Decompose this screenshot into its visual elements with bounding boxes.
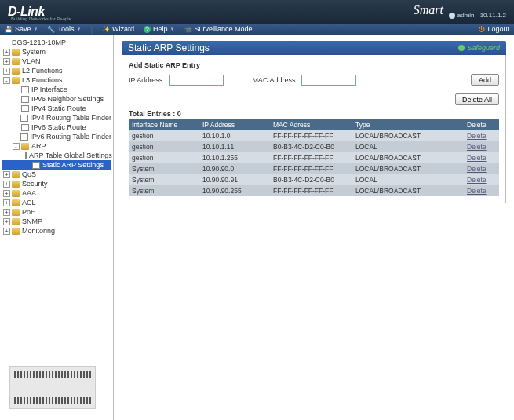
folder-icon	[12, 171, 20, 178]
folder-icon	[12, 228, 20, 235]
help-menu[interactable]: ? Help ▼	[144, 25, 174, 33]
expander-blank	[13, 105, 20, 112]
tree-item-l3-functions[interactable]: -L3 Functions	[2, 75, 111, 85]
tools-label: Tools	[57, 25, 74, 33]
cell-type: LOCAL/BROADCAST	[352, 130, 464, 141]
tree-item-monitoring[interactable]: +Monitoring	[2, 226, 111, 236]
table-row: System10.90.90.255FF-FF-FF-FF-FF-FFLOCAL…	[129, 185, 499, 196]
folder-icon	[12, 218, 20, 225]
tree-item-label: VLAN	[22, 57, 41, 65]
tree-device[interactable]: DGS-1210-10MP	[2, 38, 111, 47]
expand-icon[interactable]: +	[3, 171, 10, 178]
tree-item-poe[interactable]: +PoE	[2, 207, 111, 217]
delete-link[interactable]: Delete	[467, 143, 487, 151]
chevron-down-icon: ▼	[34, 27, 38, 31]
tree-item-vlan[interactable]: +VLAN	[2, 57, 111, 66]
folder-icon	[12, 209, 20, 216]
expand-icon[interactable]: +	[3, 58, 10, 65]
expand-icon[interactable]: +	[3, 68, 10, 75]
delete-link[interactable]: Delete	[467, 132, 487, 140]
panel-body: Add Static ARP Entry IP Address MAC Addr…	[122, 55, 506, 203]
tools-menu[interactable]: 🔧 Tools ▼	[47, 25, 81, 33]
nav-tree: DGS-1210-10MP +System+VLAN+L2 Functions-…	[0, 35, 114, 420]
expand-icon[interactable]: +	[3, 190, 10, 197]
expand-icon[interactable]: +	[3, 209, 10, 216]
col-header: Interface Name	[129, 119, 199, 130]
delete-all-button[interactable]: Delete All	[455, 93, 499, 105]
cell-mac: B0-B3-4C-D2-C0-B0	[270, 141, 352, 152]
panel-title: Static ARP Settings	[128, 42, 210, 53]
tree-item-label: Static ARP Settings	[42, 161, 104, 169]
tree-item-ipv4-static-route[interactable]: IPv4 Static Route	[2, 104, 111, 113]
logout-button[interactable]: ⏻ Logout	[477, 25, 509, 33]
tree-item-system[interactable]: +System	[2, 47, 111, 57]
smart-label: Smart	[414, 3, 443, 17]
wizard-icon: ✨	[102, 25, 110, 33]
tree-item-ip-interface[interactable]: IP Interface	[2, 85, 111, 94]
tree-item-label: Monitoring	[22, 227, 55, 235]
help-label: Help	[153, 25, 168, 33]
delete-link[interactable]: Delete	[467, 187, 487, 195]
tree-item-ipv6-routing-table-finder[interactable]: IPv6 Routing Table Finder	[2, 132, 111, 141]
delete-link[interactable]: Delete	[467, 154, 487, 162]
collapse-icon[interactable]: -	[13, 143, 20, 150]
brand-tagline: Building Networks for People	[11, 16, 71, 21]
cell-ip: 10.90.90.255	[199, 185, 270, 196]
surveillance-button[interactable]: 📹 Surveillance Mode	[184, 25, 253, 33]
save-label: Save	[15, 25, 31, 33]
wizard-button[interactable]: ✨ Wizard	[102, 25, 134, 33]
expand-icon[interactable]: +	[3, 49, 10, 56]
save-menu[interactable]: 💾 Save ▼	[5, 25, 38, 33]
expander-blank	[13, 124, 20, 131]
tree-item-ipv6-static-route[interactable]: IPv6 Static Route	[2, 122, 111, 132]
tree-item-label: IPv6 Routing Table Finder	[31, 133, 111, 141]
help-icon: ?	[144, 26, 151, 33]
col-header: IP Address	[199, 119, 270, 130]
main-toolbar: 💾 Save ▼ 🔧 Tools ▼ | ✨ Wizard ? Help ▼ 📹…	[0, 24, 514, 35]
folder-icon	[12, 77, 20, 84]
expand-icon[interactable]: +	[3, 199, 10, 206]
cell-iface: gestion	[129, 141, 199, 152]
cell-type: LOCAL/BROADCAST	[352, 163, 464, 174]
ip-input[interactable]	[169, 75, 224, 86]
expand-icon[interactable]: +	[3, 228, 10, 235]
tree-item-arp[interactable]: -ARP	[2, 141, 111, 151]
folder-icon	[12, 190, 20, 197]
tree-item-snmp[interactable]: +SNMP	[2, 217, 111, 226]
tree-item-qos[interactable]: +QoS	[2, 170, 111, 179]
expand-icon[interactable]: +	[3, 181, 10, 188]
expand-icon[interactable]: +	[3, 218, 10, 225]
mac-input[interactable]	[301, 75, 356, 86]
cell-ip: 10.10.1.0	[199, 130, 270, 141]
tree-item-security[interactable]: +Security	[2, 179, 111, 188]
cell-type: LOCAL	[352, 141, 464, 152]
col-header: Delete	[464, 119, 499, 130]
delete-link[interactable]: Delete	[467, 165, 487, 173]
tree-item-label: IPv6 Static Route	[31, 123, 86, 131]
cell-ip: 10.90.90.0	[199, 163, 270, 174]
tools-icon: 🔧	[47, 25, 55, 33]
tree-item-acl[interactable]: +ACL	[2, 198, 111, 207]
cell-delete: Delete	[464, 185, 499, 196]
tree-item-label: SNMP	[22, 217, 42, 225]
tree-item-static-arp-settings[interactable]: Static ARP Settings	[2, 160, 111, 170]
cell-mac: B0-B3-4C-D2-C0-B0	[270, 174, 352, 185]
tree-item-arp-table-global-settings[interactable]: ARP Table Global Settings	[2, 151, 111, 160]
arp-table: Interface NameIP AddressMAC AdressTypeDe…	[129, 119, 499, 196]
shield-icon	[458, 45, 465, 51]
delete-link[interactable]: Delete	[467, 176, 487, 184]
tree-item-ipv6-neighbor-settings[interactable]: IPv6 Neighbor Settings	[2, 94, 111, 104]
wizard-label: Wizard	[112, 25, 134, 33]
cell-iface: System	[129, 174, 199, 185]
table-row: gestion10.10.1.11B0-B3-4C-D2-C0-B0LOCALD…	[129, 141, 499, 152]
admin-text: admin - 10.11.1.2	[457, 12, 506, 19]
tree-item-label: System	[22, 48, 46, 56]
collapse-icon[interactable]: -	[3, 77, 10, 84]
tree-item-ipv4-routing-table-finder[interactable]: IPv4 Routing Table Finder	[2, 113, 111, 122]
tree-item-l2-functions[interactable]: +L2 Functions	[2, 66, 111, 75]
safeguard-badge: Safeguard	[458, 44, 500, 52]
tree-item-aaa[interactable]: +AAA	[2, 188, 111, 198]
form-section-title: Add Static ARP Entry	[129, 61, 499, 69]
cell-mac: FF-FF-FF-FF-FF-FF	[270, 130, 352, 141]
add-button[interactable]: Add	[471, 74, 499, 86]
